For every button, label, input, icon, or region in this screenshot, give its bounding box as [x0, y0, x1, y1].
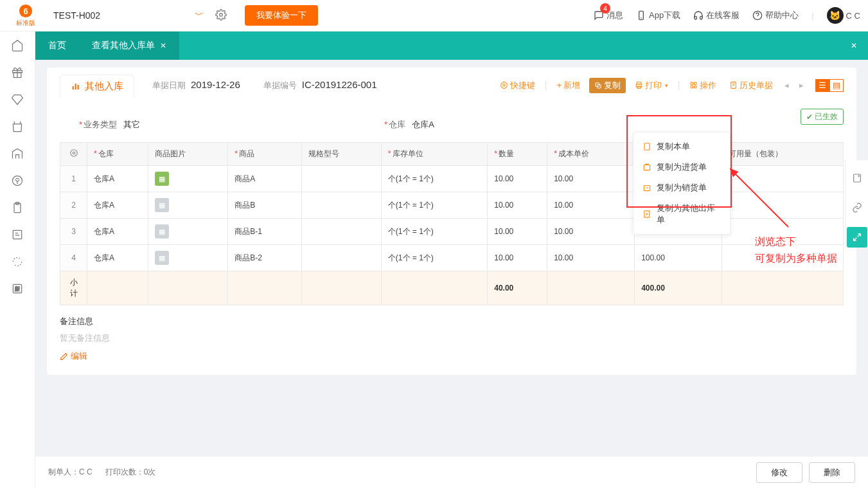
cell-product: 商品A — [228, 166, 301, 192]
print-button[interactable]: 打印▾ — [631, 78, 672, 93]
edit-remarks-button[interactable]: 编辑 — [60, 350, 844, 362]
copy-sales-item[interactable]: 复制为销货单 — [633, 177, 730, 198]
copy-button[interactable]: 复制 — [589, 78, 626, 93]
refresh-icon[interactable] — [11, 255, 24, 268]
messages-badge: 4 — [600, 3, 610, 14]
user-menu[interactable]: 🐱 C C — [827, 7, 860, 24]
bag-icon[interactable] — [11, 120, 24, 133]
footer-bar: 制单人：C C 打印次数：0次 修改 删除 — [35, 456, 868, 488]
tab-current[interactable]: 查看其他入库单 ✕ — [79, 32, 179, 60]
header-actions: 快捷键 +新增 复制 打印▾ 操作 历史单据 ◂ ▸ ☰ ▤ — [496, 78, 844, 93]
svg-point-32 — [73, 152, 75, 154]
cell-spec — [301, 245, 381, 271]
cert-icon[interactable] — [11, 228, 24, 241]
gear-small-icon — [500, 81, 508, 89]
col-image: 商品图片 — [148, 143, 228, 166]
svg-rect-17 — [78, 85, 79, 89]
svg-rect-28 — [695, 86, 696, 88]
org-selector[interactable]: TEST-H002 ﹀ — [48, 5, 209, 26]
delete-button[interactable]: 删除 — [809, 462, 855, 483]
history-button[interactable]: 历史单据 — [725, 78, 777, 93]
headset-icon — [693, 10, 704, 21]
subtotal-amount: 400.00 — [635, 271, 722, 305]
card-view-toggle[interactable]: ▤ — [829, 79, 844, 92]
svg-point-33 — [70, 150, 77, 157]
svg-point-18 — [503, 84, 505, 86]
copy-icon — [594, 82, 602, 89]
avatar-icon: 🐱 — [827, 7, 844, 24]
copy-other-out-item[interactable]: 复制为其他出库单 — [633, 198, 730, 230]
app-download-button[interactable]: App下载 — [636, 10, 680, 21]
tab-bar: 首页 查看其他入库单 ✕ ✕ — [35, 32, 868, 60]
cell-warehouse: 仓库A — [87, 166, 148, 192]
copy-out-icon — [642, 210, 651, 219]
shortcut-button[interactable]: 快捷键 — [496, 78, 539, 93]
print-count: 打印次数：0次 — [105, 467, 156, 478]
subtotal-row: 小计 40.00 400.00 — [60, 271, 844, 305]
col-spec: 规格型号 — [301, 143, 381, 166]
gift-icon[interactable] — [11, 66, 24, 79]
gear-icon[interactable] — [215, 9, 227, 23]
money-icon[interactable] — [11, 174, 24, 187]
messages-button[interactable]: 消息 4 — [594, 10, 623, 21]
copy-this-icon — [642, 142, 651, 151]
cell-unit: 个(1个 = 1个) — [381, 192, 487, 219]
help-center-button[interactable]: 帮助中心 — [752, 10, 799, 21]
clipboard-icon[interactable] — [11, 201, 24, 214]
product-thumb-icon: ▦ — [155, 198, 169, 212]
cell-price: 10.00 — [547, 219, 635, 245]
cell-price: 10.00 — [547, 166, 635, 192]
chevron-down-icon: ▾ — [665, 82, 668, 89]
copy-purchase-icon — [642, 163, 651, 172]
plus-icon: + — [556, 80, 562, 90]
product-thumb-icon: ▦ — [155, 172, 169, 186]
cell-warehouse: 仓库A — [87, 192, 148, 219]
expand-icon[interactable] — [847, 227, 867, 248]
document-meta: 单据日期2019-12-26 单据编号IC-20191226-001 — [152, 79, 377, 91]
copy-purchase-item[interactable]: 复制为进货单 — [633, 157, 730, 177]
cell-qty: 10.00 — [488, 166, 547, 192]
next-arrow[interactable]: ▸ — [797, 80, 806, 90]
copy-dropdown: 复制本单 复制为进货单 复制为销货单 复制为其他出库单 — [633, 132, 731, 235]
main-area: 首页 查看其他入库单 ✕ ✕ 其他入库 单据日期2019-12-26 单据编号I… — [35, 32, 868, 488]
remarks-empty: 暂无备注信息 — [60, 332, 844, 344]
svg-rect-25 — [691, 82, 693, 84]
document-tab[interactable]: 其他入库 — [60, 75, 134, 98]
note-icon[interactable] — [847, 168, 867, 188]
tab-home[interactable]: 首页 — [35, 32, 79, 60]
svg-text:6: 6 — [23, 6, 28, 15]
col-unit: *库存单位 — [381, 143, 487, 166]
page-content: 其他入库 单据日期2019-12-26 单据编号IC-20191226-001 … — [35, 60, 868, 488]
prev-arrow[interactable]: ◂ — [782, 80, 792, 90]
table-row[interactable]: 4 仓库A ▦ 商品B-2 个(1个 = 1个) 10.00 10.00 100… — [60, 245, 844, 271]
col-gear[interactable] — [60, 143, 87, 166]
gear-icon — [69, 149, 78, 158]
copy-this-item[interactable]: 复制本单 — [633, 136, 730, 157]
cell-qty: 10.00 — [488, 219, 547, 245]
edit-icon — [60, 352, 68, 361]
new-icon[interactable]: 新 — [11, 282, 24, 295]
subtotal-qty: 40.00 — [488, 271, 547, 305]
row-index: 1 — [60, 166, 87, 192]
close-icon[interactable]: ✕ — [160, 41, 166, 50]
cell-warehouse: 仓库A — [87, 219, 148, 245]
cell-spec — [301, 219, 381, 245]
online-service-button[interactable]: 在线客服 — [693, 10, 740, 21]
operate-button[interactable]: 操作 — [686, 78, 720, 93]
add-button[interactable]: +新增 — [553, 78, 584, 93]
cell-amount: 100.00 — [635, 245, 722, 271]
col-qty: *数量 — [488, 143, 547, 166]
document-card: 其他入库 单据日期2019-12-26 单据编号IC-20191226-001 … — [47, 68, 856, 375]
trial-button[interactable]: 我要体验一下 — [245, 5, 318, 26]
creator-info: 制单人：C C — [48, 467, 93, 478]
print-icon — [635, 81, 643, 89]
close-all-tabs[interactable]: ✕ — [840, 32, 868, 60]
home-icon[interactable] — [11, 39, 24, 52]
modify-button[interactable]: 修改 — [756, 462, 802, 483]
diamond-icon[interactable] — [11, 93, 24, 106]
subtotal-label: 小计 — [60, 271, 87, 305]
link-icon[interactable] — [847, 197, 867, 218]
biz-type-field: *业务类型其它 — [79, 119, 140, 131]
warehouse-icon[interactable] — [11, 147, 24, 160]
list-view-toggle[interactable]: ☰ — [815, 79, 829, 92]
